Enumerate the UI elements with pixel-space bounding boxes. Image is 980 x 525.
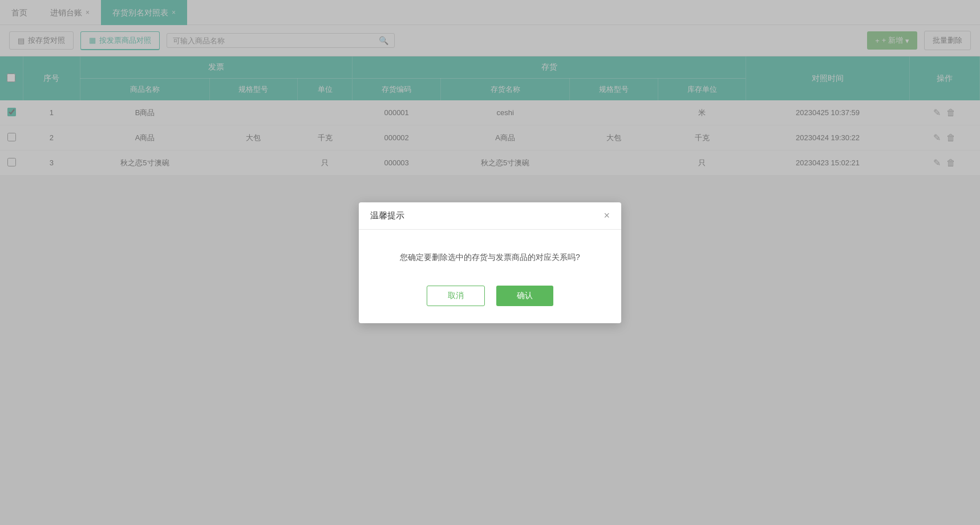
overlay: 温馨提示 × 您确定要删除选中的存货与发票商品的对应关系吗? 取消 确认	[0, 0, 980, 176]
